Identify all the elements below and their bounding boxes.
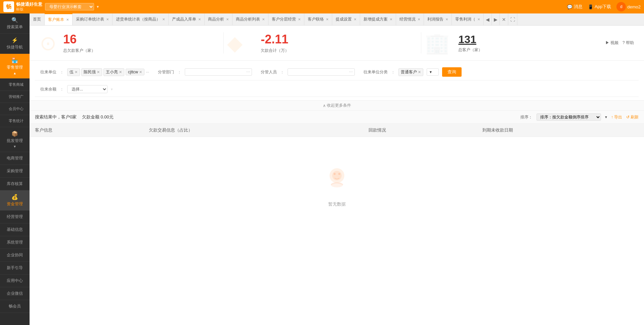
unit-tag-2: 王小亮 ✕ xyxy=(103,68,124,76)
sidebar-item-operation[interactable]: 经营管理 xyxy=(0,211,30,223)
tab-new-plan-label: 新增提成方案 xyxy=(363,16,388,22)
tab-close-all[interactable]: ✕ xyxy=(500,13,508,26)
sidebar-item-system[interactable]: 系统管理 xyxy=(0,236,30,249)
unit-class-tag-0-close[interactable]: ✕ xyxy=(418,70,421,74)
unit-class-dropdown[interactable]: ▾ xyxy=(427,68,439,76)
unit-tag-1-close[interactable]: ✕ xyxy=(97,70,100,74)
tab-product-analysis[interactable]: 商品分析 ✕ xyxy=(205,13,232,26)
dept-input[interactable] xyxy=(185,68,252,76)
sidebar-item-member[interactable]: 会员中心 xyxy=(0,103,30,115)
sidebar-label-marketing: 营销推广 xyxy=(9,94,24,99)
unit-class-tag-0: 普通客户 ✕ xyxy=(398,68,423,76)
sidebar: 🔍 搜索菜单 ⚡ 快捷导航 🏪 零售管理 ▲ 零售商城 营销推广 会员中心 xyxy=(0,13,30,325)
collapse-btn[interactable]: ∧ 收起更多条件 xyxy=(30,101,644,111)
result-actions: 排序： 排序：按欠款金额倒序排序 ▾ ↑ 导出 ↺ 刷新 xyxy=(520,113,639,121)
sidebar-item-app-center[interactable]: 应用中心 xyxy=(0,275,30,287)
tab-product-analysis-close[interactable]: ✕ xyxy=(226,17,229,21)
unit-tag-0-label: 伍 xyxy=(70,69,74,75)
tab-home[interactable]: 首页 xyxy=(30,13,45,26)
tab-nav-next[interactable]: ▶ xyxy=(492,13,500,26)
video-btn[interactable]: ▶ 视频 xyxy=(605,32,618,53)
tab-profit-report[interactable]: 利润报告 ✕ xyxy=(424,13,452,26)
stat-value-overdue-customers: 16 xyxy=(63,32,95,46)
unit-tag-0-close[interactable]: ✕ xyxy=(75,70,78,74)
sidebar-item-inventory[interactable]: 库存核算 xyxy=(0,178,30,190)
tab-profit-report-close[interactable]: ✕ xyxy=(445,17,448,21)
search-info: 搜索结果中，客户0家 xyxy=(35,114,77,119)
account-selector[interactable]: 母婴行业演示帐套 xyxy=(45,3,94,10)
unit-tag-3-close[interactable]: ✕ xyxy=(139,70,142,74)
sidebar-item-retail-stat[interactable]: 零售统计 xyxy=(0,115,30,127)
tab-customer-tier-close[interactable]: ✕ xyxy=(298,17,301,21)
sidebar-item-marketing[interactable]: 营销推广 xyxy=(0,91,30,103)
tab-new-plan-close[interactable]: ✕ xyxy=(390,17,392,21)
sidebar-item-vip[interactable]: 畅会员 xyxy=(0,300,30,313)
tab-business-status[interactable]: 经营情况 ✕ xyxy=(396,13,424,26)
sidebar-item-purchase[interactable]: 采购管理 xyxy=(0,165,30,178)
sidebar-item-quick-nav[interactable]: ⚡ 快捷导航 xyxy=(0,34,30,54)
tab-purchase-stat[interactable]: 进货单统计表（按商品） ✕ xyxy=(113,13,169,26)
sidebar-label-quick-nav: 快捷导航 xyxy=(7,44,23,50)
refresh-btn[interactable]: ↺ 刷新 xyxy=(626,114,639,120)
app-download-btn[interactable]: 📱 App下载 xyxy=(588,4,611,10)
sidebar-label-purchase: 采购管理 xyxy=(7,168,23,174)
person-input[interactable] xyxy=(288,68,355,76)
unit-tags-more[interactable]: ··· xyxy=(146,70,149,74)
query-button[interactable]: 查询 xyxy=(442,67,462,77)
tab-customer-contact-close[interactable]: ✕ xyxy=(326,17,329,21)
user-area[interactable]: d demo2 xyxy=(616,2,641,11)
sidebar-item-basic[interactable]: 基础信息 xyxy=(0,223,30,236)
person-input-icon: ⋯ xyxy=(349,70,353,74)
tab-expand[interactable]: ⛶ xyxy=(508,13,517,26)
help-btn[interactable]: ? 帮助 xyxy=(622,32,634,53)
sidebar-item-guide[interactable]: 新手引导 xyxy=(0,262,30,275)
export-btn[interactable]: ↑ 导出 xyxy=(611,114,622,120)
message-btn[interactable]: 💬 消息 xyxy=(567,4,583,10)
top-bar-right: 💬 消息 📱 App下载 d demo2 xyxy=(567,2,641,11)
sidebar-item-cooperation[interactable]: 企业协同 xyxy=(0,249,30,262)
sidebar-item-wholesale[interactable]: 📦 批发管理 ▼ xyxy=(0,127,30,152)
tab-retail-profit-label: 零售利润（ xyxy=(455,16,475,22)
sidebar-item-ecommerce[interactable]: 电商管理 xyxy=(0,152,30,165)
tab-product-list-close[interactable]: ✕ xyxy=(262,17,265,21)
logo-main-text: 畅捷通好生意 xyxy=(16,2,42,7)
tab-business-status-close[interactable]: ✕ xyxy=(418,17,420,21)
sidebar-label-search: 搜索菜单 xyxy=(7,24,23,30)
top-bar: 畅 畅捷通好生意 标版 母婴行业演示帐套 ▾ 💬 消息 📱 App下载 d xyxy=(0,0,644,13)
tab-purchase-order-close[interactable]: ✕ xyxy=(106,17,109,21)
tab-product-inbound-close[interactable]: ✕ xyxy=(198,17,201,21)
tab-raise-setting[interactable]: 提成设置 ✕ xyxy=(332,13,360,26)
tab-new-plan[interactable]: 新增提成方案 ✕ xyxy=(360,13,396,26)
logo-sub-text: 标版 xyxy=(16,7,42,12)
tab-purchase-order[interactable]: 采购订单统计表 ✕ xyxy=(73,13,113,26)
finance-icon: 💰 xyxy=(11,194,18,200)
tab-nav-prev[interactable]: ◀ xyxy=(484,13,492,26)
tab-raise-setting-close[interactable]: ✕ xyxy=(354,17,356,21)
sidebar-item-retail-mall[interactable]: 零售商城 xyxy=(0,79,30,91)
balance-select[interactable]: 选择... xyxy=(67,85,108,93)
collapse-icon: ∧ xyxy=(323,103,326,108)
tab-retail-profit-close[interactable]: ✕ xyxy=(477,17,480,21)
tab-customer-capital[interactable]: 客户账本 ✕ xyxy=(45,13,73,26)
unit-tags-container: 伍 ✕ 陈民强 ✕ 王小亮 ✕ xyxy=(67,68,149,76)
tab-customer-tier[interactable]: 客户分层经营 ✕ xyxy=(268,13,304,26)
tab-product-list[interactable]: 商品分析列表 ✕ xyxy=(232,13,268,26)
sidebar-item-wechat[interactable]: 企业微信 xyxy=(0,287,30,300)
tab-customer-capital-close[interactable]: ✕ xyxy=(66,18,69,22)
tab-purchase-order-label: 采购订单统计表 xyxy=(76,16,104,22)
tab-purchase-stat-close[interactable]: ✕ xyxy=(162,17,165,21)
logo-area: 畅 畅捷通好生意 标版 xyxy=(3,1,42,12)
sidebar-item-retail-mgmt[interactable]: 🏪 零售管理 ▲ xyxy=(0,54,30,79)
dropdown-arrow: ▾ xyxy=(430,70,432,74)
tab-home-label: 首页 xyxy=(33,16,41,22)
tab-customer-contact[interactable]: 客户联络 ✕ xyxy=(304,13,332,26)
sidebar-item-finance[interactable]: 💰 资金管理 xyxy=(0,190,30,211)
sidebar-item-search[interactable]: 🔍 搜索菜单 xyxy=(0,13,30,34)
unit-tag-0: 伍 ✕ xyxy=(67,68,80,76)
sort-select[interactable]: 排序：按欠款金额倒序排序 xyxy=(536,113,601,121)
stat-block-amount: ◆ -2.11 欠款合计（万） xyxy=(224,32,421,53)
unit-tag-2-close[interactable]: ✕ xyxy=(119,70,122,74)
wholesale-expand-icon: ▼ xyxy=(13,145,16,148)
tab-retail-profit[interactable]: 零售利润（ ✕ xyxy=(452,13,484,26)
tab-product-inbound[interactable]: 产成品入库单 ✕ xyxy=(169,13,205,26)
